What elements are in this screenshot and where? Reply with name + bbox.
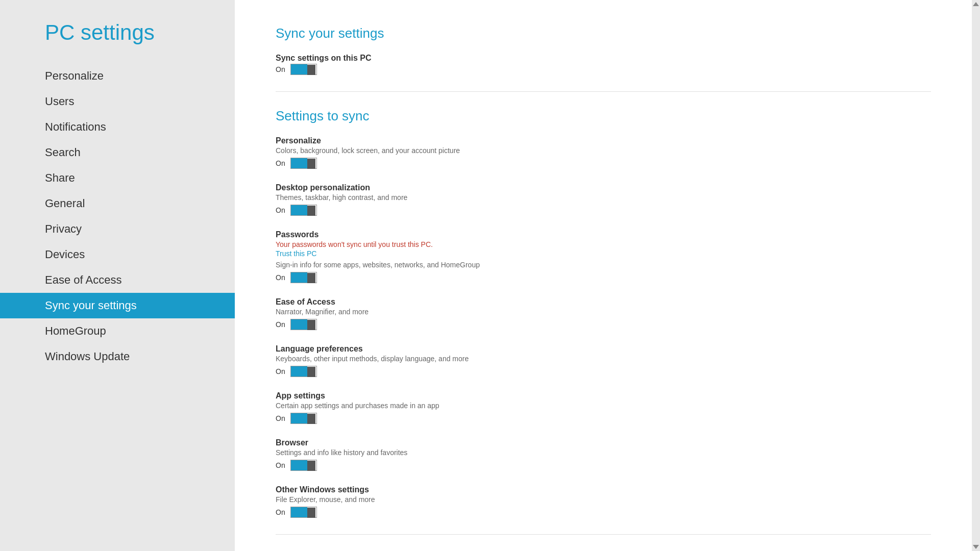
scroll-down-arrow[interactable] bbox=[973, 545, 979, 549]
setting-app-settings: App settings Certain app settings and pu… bbox=[276, 391, 931, 424]
sync-on-pc-toggle-row: On bbox=[276, 64, 931, 75]
sidebar-item-sync-your-settings[interactable]: Sync your settings bbox=[0, 293, 235, 318]
language-preferences-toggle[interactable] bbox=[290, 366, 317, 377]
sidebar-item-users[interactable]: Users bbox=[45, 89, 235, 114]
setting-name-passwords: Passwords bbox=[276, 230, 931, 239]
app-settings-value: On bbox=[276, 414, 285, 422]
sidebar-item-ease-of-access[interactable]: Ease of Access bbox=[45, 267, 235, 293]
divider-1 bbox=[276, 91, 931, 92]
setting-name-ease-of-access: Ease of Access bbox=[276, 297, 931, 307]
main-content: Sync your settings Sync settings on this… bbox=[235, 0, 972, 551]
sidebar-item-devices[interactable]: Devices bbox=[45, 242, 235, 267]
page-title: PC settings bbox=[45, 20, 235, 45]
scrollbar-right bbox=[972, 0, 980, 551]
browser-value: On bbox=[276, 461, 285, 469]
setting-desc-browser: Settings and info like history and favor… bbox=[276, 448, 931, 457]
setting-name-personalize: Personalize bbox=[276, 136, 931, 145]
sync-on-pc-toggle[interactable] bbox=[290, 64, 317, 75]
scroll-up-arrow[interactable] bbox=[973, 2, 979, 6]
ease-of-access-toggle-row: On bbox=[276, 319, 931, 330]
app-settings-toggle[interactable] bbox=[290, 413, 317, 424]
setting-other-windows-settings: Other Windows settings File Explorer, mo… bbox=[276, 485, 931, 518]
sidebar-item-share[interactable]: Share bbox=[45, 165, 235, 191]
setting-desc-ease-of-access: Narrator, Magnifier, and more bbox=[276, 308, 931, 316]
setting-desc-personalize: Colors, background, lock screen, and you… bbox=[276, 146, 931, 155]
language-preferences-value: On bbox=[276, 367, 285, 375]
sidebar-item-notifications[interactable]: Notifications bbox=[45, 114, 235, 140]
trust-this-pc-link[interactable]: Trust this PC bbox=[276, 249, 931, 258]
other-windows-toggle[interactable] bbox=[290, 507, 317, 518]
sidebar-item-search[interactable]: Search bbox=[45, 140, 235, 165]
setting-name-language-preferences: Language preferences bbox=[276, 344, 931, 354]
ease-of-access-value: On bbox=[276, 320, 285, 329]
sync-on-pc-value: On bbox=[276, 65, 285, 73]
passwords-warning: Your passwords won't sync until you trus… bbox=[276, 240, 931, 248]
passwords-subdesc: Sign-in info for some apps, websites, ne… bbox=[276, 261, 931, 269]
ease-of-access-toggle[interactable] bbox=[290, 319, 317, 330]
sync-settings-title: Sync your settings bbox=[276, 26, 931, 41]
setting-browser: Browser Settings and info like history a… bbox=[276, 438, 931, 471]
setting-desktop-personalization: Desktop personalization Themes, taskbar,… bbox=[276, 183, 931, 216]
sidebar-item-general[interactable]: General bbox=[45, 191, 235, 216]
sidebar-nav: Personalize Users Notifications Search S… bbox=[45, 63, 235, 369]
app-settings-toggle-row: On bbox=[276, 413, 931, 424]
toggle-fill bbox=[291, 64, 307, 74]
toggle-thumb bbox=[307, 65, 315, 75]
setting-desc-desktop-personalization: Themes, taskbar, high contrast, and more bbox=[276, 193, 931, 202]
desktop-personalization-toggle-row: On bbox=[276, 205, 931, 216]
passwords-value: On bbox=[276, 273, 285, 282]
setting-name-browser: Browser bbox=[276, 438, 931, 447]
desktop-personalization-toggle[interactable] bbox=[290, 205, 317, 216]
language-preferences-toggle-row: On bbox=[276, 366, 931, 377]
browser-toggle[interactable] bbox=[290, 460, 317, 471]
sidebar-item-privacy[interactable]: Privacy bbox=[45, 216, 235, 242]
toggle-track bbox=[290, 64, 317, 75]
divider-2 bbox=[276, 534, 931, 535]
sidebar-item-windows-update[interactable]: Windows Update bbox=[45, 344, 235, 369]
sidebar: PC settings Personalize Users Notificati… bbox=[0, 0, 235, 551]
passwords-toggle-row: On bbox=[276, 272, 931, 283]
setting-ease-of-access: Ease of Access Narrator, Magnifier, and … bbox=[276, 297, 931, 330]
settings-to-sync-title: Settings to sync bbox=[276, 108, 931, 124]
desktop-personalization-value: On bbox=[276, 206, 285, 214]
personalize-value: On bbox=[276, 159, 285, 167]
sidebar-item-homegroup[interactable]: HomeGroup bbox=[45, 318, 235, 344]
setting-personalize: Personalize Colors, background, lock scr… bbox=[276, 136, 931, 169]
sidebar-item-personalize[interactable]: Personalize bbox=[45, 63, 235, 89]
sync-on-pc-row: Sync settings on this PC On bbox=[276, 54, 931, 75]
setting-name-other-windows-settings: Other Windows settings bbox=[276, 485, 931, 494]
browser-toggle-row: On bbox=[276, 460, 931, 471]
setting-desc-app-settings: Certain app settings and purchases made … bbox=[276, 402, 931, 410]
other-windows-value: On bbox=[276, 508, 285, 516]
setting-desc-other-windows-settings: File Explorer, mouse, and more bbox=[276, 495, 931, 504]
passwords-toggle[interactable] bbox=[290, 272, 317, 283]
setting-language-preferences: Language preferences Keyboards, other in… bbox=[276, 344, 931, 377]
setting-name-desktop-personalization: Desktop personalization bbox=[276, 183, 931, 192]
setting-desc-language-preferences: Keyboards, other input methods, display … bbox=[276, 355, 931, 363]
setting-name-app-settings: App settings bbox=[276, 391, 931, 400]
other-windows-toggle-row: On bbox=[276, 507, 931, 518]
personalize-toggle[interactable] bbox=[290, 158, 317, 169]
setting-passwords: Passwords Your passwords won't sync unti… bbox=[276, 230, 931, 283]
personalize-toggle-row: On bbox=[276, 158, 931, 169]
sync-on-pc-label: Sync settings on this PC bbox=[276, 54, 931, 63]
